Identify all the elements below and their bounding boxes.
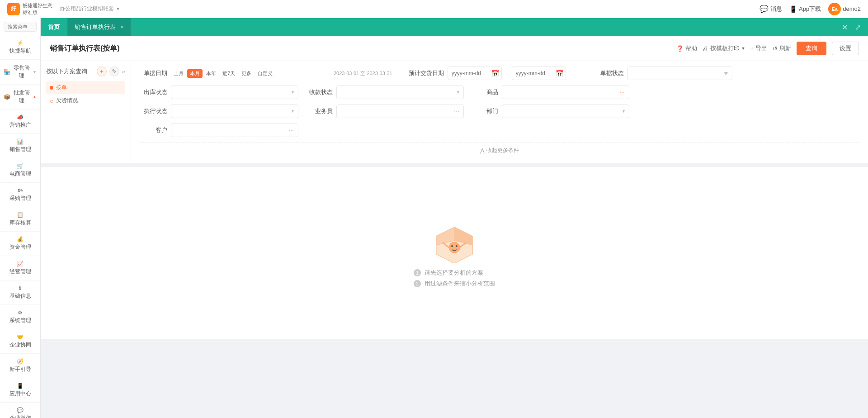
tab-close-window-btn[interactable]: ✕ bbox=[840, 21, 849, 33]
date-tab-more[interactable]: 更多 bbox=[239, 69, 254, 78]
chevron-down-icon: ▼ bbox=[33, 70, 37, 74]
filter-group-exec-status: 执行状态 bbox=[140, 104, 298, 118]
help-btn[interactable]: ❓ 帮助 bbox=[676, 44, 697, 52]
page-header: 销售订单执行表(按单) ❓ 帮助 🖨 按模板打印 ▼ ↑ 导出 bbox=[41, 36, 868, 61]
filter-group-outbound: 出库状态 bbox=[140, 86, 298, 99]
sidebar-item-enterprise-wechat[interactable]: 💬 企业微信 bbox=[0, 403, 40, 418]
customer-ellipsis-icon[interactable]: ··· bbox=[287, 127, 296, 134]
collection-select-wrapper bbox=[336, 86, 464, 99]
tab-bar: 首页 销售订单执行表 × ✕ ⤢ bbox=[41, 18, 868, 36]
collection-status-select[interactable] bbox=[336, 86, 464, 99]
tab-home[interactable]: 首页 bbox=[41, 18, 67, 36]
filter-row-3: 执行状态 业务员 bbox=[140, 104, 859, 118]
product-input[interactable] bbox=[502, 86, 629, 99]
customer-input[interactable] bbox=[171, 124, 298, 137]
empty-step-2: 2 用过滤条件来缩小分析范围 bbox=[414, 280, 495, 288]
exec-status-select[interactable] bbox=[171, 104, 298, 118]
calendar-start-icon[interactable]: 📅 bbox=[491, 70, 499, 77]
product-ellipsis-icon[interactable]: ··· bbox=[618, 89, 627, 96]
date-separator: — bbox=[504, 70, 510, 77]
collapse-btn[interactable]: « bbox=[122, 68, 125, 75]
date-tab-this-month[interactable]: 本月 bbox=[187, 69, 203, 78]
sidebar-item-inventory-calc[interactable]: 📋 库存核算 bbox=[0, 207, 40, 232]
purchase-icon: 🛍 bbox=[18, 187, 23, 194]
date-label: 单据日期 bbox=[140, 69, 167, 77]
tab-close-icon[interactable]: × bbox=[120, 24, 123, 30]
tab-maximize-btn[interactable]: ⤢ bbox=[853, 21, 863, 33]
quick-nav-icon: ⚡ bbox=[17, 40, 24, 46]
header-right: 💬 消息 📱 App下载 Ea demo2 bbox=[760, 3, 861, 15]
sidebar-item-marketing[interactable]: 📣 营销推广 bbox=[0, 109, 40, 134]
sidebar-item-system-mgmt[interactable]: ⚙ 系统管理 bbox=[0, 305, 40, 329]
nav-dropdown[interactable]: 办公用品行业模拟账套 ▼ bbox=[56, 5, 120, 13]
sales-icon: 📊 bbox=[17, 138, 24, 145]
product-label: 商品 bbox=[471, 88, 498, 96]
forecast-start-wrapper: 📅 bbox=[448, 66, 502, 80]
date-tab-this-year[interactable]: 本年 bbox=[203, 69, 219, 78]
more-conditions-btn[interactable]: ⋀ 收起更多条件 bbox=[140, 142, 859, 158]
help-icon: ❓ bbox=[676, 45, 684, 52]
customer-label: 客户 bbox=[140, 126, 167, 134]
marketing-icon: 📣 bbox=[17, 114, 24, 120]
header-left: 好 畅捷通好生意 标准版 办公用品行业模拟账套 ▼ bbox=[7, 2, 120, 15]
inventory-icon: 📋 bbox=[17, 212, 24, 218]
salesperson-ellipsis-icon[interactable]: ··· bbox=[452, 108, 461, 115]
date-tab-7days[interactable]: 近7天 bbox=[220, 69, 238, 78]
salesperson-input[interactable] bbox=[336, 104, 464, 118]
sidebar-item-enterprise-collab[interactable]: 🤝 企业协同 bbox=[0, 329, 40, 354]
collapse-icon: ⋀ bbox=[480, 147, 485, 154]
outbound-status-select[interactable] bbox=[171, 86, 298, 99]
add-solution-btn[interactable]: + bbox=[97, 66, 107, 76]
search-input[interactable] bbox=[4, 22, 37, 32]
settings-btn[interactable]: 设置 bbox=[832, 42, 859, 55]
calendar-end-icon[interactable]: 📅 bbox=[556, 70, 563, 77]
filter-group-forecast-date: 预计交货日期 📅 — 📅 bbox=[409, 66, 580, 80]
chevron-up-icon: ▲ bbox=[33, 95, 37, 99]
tab-sales-order-exec[interactable]: 销售订单执行表 × bbox=[67, 18, 131, 36]
filter-row-1: 单据日期 上月 本月 本年 近7天 更多 自定义 bbox=[140, 66, 859, 80]
sidebar-item-wholesale-mgmt[interactable]: 📦 批发管理 ▲ bbox=[0, 85, 40, 109]
filter-right: 单据日期 上月 本月 本年 近7天 更多 自定义 bbox=[131, 61, 868, 163]
sidebar-item-ecommerce-mgmt[interactable]: 🛒 电商管理 bbox=[0, 158, 40, 183]
main-layout: ⚡ 快捷导航 🏪 零售管理 ▼ 📦 批发管理 ▲ 📣 营销推广 📊 销售管理 🛒… bbox=[0, 18, 868, 418]
bill-status-label: 单据状态 bbox=[597, 69, 624, 77]
sidebar-item-operations-mgmt[interactable]: 📈 经营管理 bbox=[0, 256, 40, 280]
empty-state: 1 请先选择要分析的方案 2 用过滤条件来缩小分析范围 bbox=[41, 167, 868, 339]
message-action[interactable]: 💬 消息 bbox=[760, 5, 782, 13]
query-btn[interactable]: 查询 bbox=[797, 42, 826, 55]
filter-content: 按以下方案查询 + ✎ « 按单 bbox=[41, 61, 868, 163]
forecast-end-wrapper: 📅 bbox=[512, 66, 566, 80]
filter-left-actions: + ✎ « bbox=[97, 66, 125, 76]
bill-status-dropdown[interactable]: ▼ bbox=[627, 66, 732, 80]
department-select[interactable] bbox=[502, 104, 629, 118]
sidebar-item-sales-mgmt[interactable]: 📊 销售管理 bbox=[0, 134, 40, 158]
sidebar-item-quick-nav[interactable]: ⚡ 快捷导航 bbox=[0, 35, 40, 60]
solution-item-debt[interactable]: ○ 欠货情况 bbox=[46, 94, 125, 107]
refresh-icon: ↺ bbox=[773, 45, 778, 52]
sidebar-item-finance-mgmt[interactable]: 💰 资金管理 bbox=[0, 232, 40, 256]
empty-text: 1 请先选择要分析的方案 2 用过滤条件来缩小分析范围 bbox=[414, 269, 495, 288]
filter-left-header: 按以下方案查询 + ✎ « bbox=[46, 66, 125, 76]
date-tab-prev-month[interactable]: 上月 bbox=[171, 69, 186, 78]
department-select-wrapper bbox=[502, 104, 629, 118]
edit-solution-btn[interactable]: ✎ bbox=[109, 66, 119, 76]
print-btn[interactable]: 🖨 按模板打印 ▼ bbox=[703, 44, 745, 52]
filter-group-product: 商品 ··· bbox=[471, 86, 629, 99]
refresh-btn[interactable]: ↺ 刷新 bbox=[773, 44, 791, 52]
sidebar-item-retail-mgmt[interactable]: 🏪 零售管理 ▼ bbox=[0, 60, 40, 85]
export-btn[interactable]: ↑ 导出 bbox=[751, 44, 768, 52]
message-icon: 💬 bbox=[760, 5, 769, 13]
app-download-action[interactable]: 📱 App下载 bbox=[789, 5, 821, 13]
user-area[interactable]: Ea demo2 bbox=[828, 3, 861, 15]
page-header-actions: ❓ 帮助 🖨 按模板打印 ▼ ↑ 导出 ↺ 刷新 bbox=[676, 42, 859, 55]
solution-item-order[interactable]: 按单 bbox=[46, 81, 125, 94]
empty-illustration bbox=[427, 218, 481, 263]
date-tab-custom[interactable]: 自定义 bbox=[255, 69, 275, 78]
sidebar-item-purchase-mgmt[interactable]: 🛍 采购管理 bbox=[0, 183, 40, 207]
print-icon: 🖨 bbox=[703, 45, 708, 52]
product-input-wrapper: ··· bbox=[502, 86, 629, 99]
sidebar-item-basic-info[interactable]: ℹ 基础信息 bbox=[0, 280, 40, 305]
sidebar-item-new-user[interactable]: 🧭 新手引导 bbox=[0, 354, 40, 378]
sidebar-item-app-center[interactable]: 📱 应用中心 bbox=[0, 378, 40, 403]
search-area bbox=[0, 18, 40, 35]
